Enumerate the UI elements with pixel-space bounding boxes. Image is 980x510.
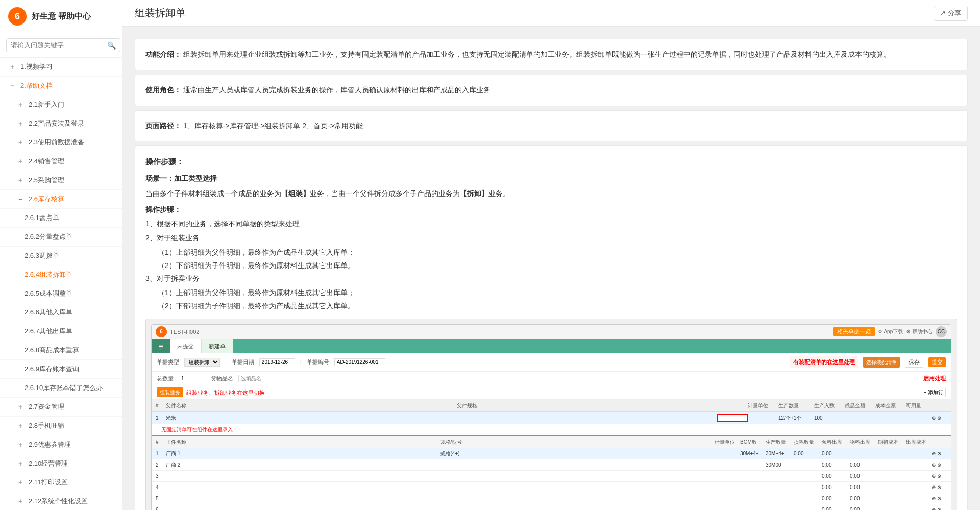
mock-select-btn[interactable]: 选择装配清单 bbox=[863, 357, 900, 368]
sidebar-item-inventory[interactable]: 2.6库存核算 bbox=[0, 190, 122, 209]
sidebar-item-install[interactable]: 2.2产品安装及登录 bbox=[0, 114, 122, 133]
intro-text: 组装拆卸单用来处理企业组装或拆卸等加工业务，支持有固定装配清单的产品加工业务，也… bbox=[183, 50, 891, 58]
path-text: 1、库存核算->库存管理->组装拆卸单 2、首页->常用功能 bbox=[183, 122, 363, 130]
mock-avatar: CC bbox=[936, 326, 947, 337]
role-card: 使用角色： 通常由生产人员或库管人员完成拆装业务的操作，库管人员确认原材料的出库… bbox=[135, 75, 968, 106]
sidebar-item-finance[interactable]: 2.7资金管理 bbox=[0, 398, 122, 417]
mock-form-label-date: 单据类型 bbox=[157, 357, 179, 367]
search-input[interactable] bbox=[6, 38, 120, 52]
sidebar-item-print[interactable]: 2.11打印设置 bbox=[0, 473, 122, 492]
mock-logo: 6 bbox=[156, 326, 167, 337]
sidebar-item-mobile[interactable]: 2.8手机旺辅 bbox=[0, 417, 122, 435]
plus-icon-mobile bbox=[16, 422, 24, 430]
sidebar-item-2.6.1[interactable]: 2.6.1盘点单 bbox=[0, 209, 122, 228]
sub-row1-num: 1 bbox=[156, 449, 166, 458]
sidebar-item-prepare[interactable]: 2.3使用前数据准备 bbox=[0, 133, 122, 152]
share-button[interactable]: ↗ 分享 bbox=[934, 6, 968, 21]
sidebar-item-2.6.2[interactable]: 2.6.2分量盘点单 bbox=[0, 228, 122, 247]
mock-related-btn[interactable]: 相关单据一览 bbox=[833, 327, 875, 336]
path-label: 页面路径： bbox=[145, 122, 181, 130]
sidebar-item-coupon[interactable]: 2.9优惠券管理 bbox=[0, 435, 122, 454]
share-icon: ↗ bbox=[940, 9, 946, 17]
step-3: 3、对于拆卖业务 bbox=[145, 273, 957, 285]
sidebar-item-docs[interactable]: 2.帮助文档 bbox=[0, 77, 122, 95]
sidebar-item-2.6.10[interactable]: 2.6.10库存账本错了怎么办 bbox=[0, 379, 122, 398]
mock-type-select[interactable]: 组装拆卸 bbox=[184, 358, 220, 367]
role-label: 使用角色： bbox=[145, 86, 181, 94]
sidebar-item-videos[interactable]: 1.视频学习 bbox=[0, 58, 122, 77]
mock-add-row-btn[interactable]: + 添加行 bbox=[921, 388, 946, 397]
brand-name: 好生意 帮助中心 bbox=[32, 11, 91, 22]
mock-num-input[interactable] bbox=[334, 358, 385, 366]
sidebar-item-system[interactable]: 2.12系统个性化设置 bbox=[0, 492, 122, 510]
sidebar-item-sales[interactable]: 2.4销售管理 bbox=[0, 152, 122, 171]
sidebar-header: 6 好生意 帮助中心 bbox=[0, 0, 122, 33]
sidebar-item-2.6.9[interactable]: 2.6.9库存账本查询 bbox=[0, 360, 122, 379]
mock-annotation3: 组装业务、拆卸业务在这里切换 bbox=[186, 388, 265, 398]
mock-annotation5: 无固定清单可在组件在这里录入 bbox=[161, 425, 233, 434]
scenario1-title: 场景一：加工类型选择 bbox=[145, 173, 957, 185]
mock-row1-qty: 12/个+1个 bbox=[778, 414, 814, 422]
mock-qty-input[interactable] bbox=[179, 375, 199, 382]
mock-tab-new[interactable]: 新建单 bbox=[202, 339, 233, 353]
mock-tab-unsubmitted[interactable]: 未提交 bbox=[170, 339, 202, 353]
mock-sidebar-toggle[interactable]: ≡ bbox=[152, 339, 170, 353]
share-label: 分享 bbox=[948, 9, 961, 18]
plus-icon bbox=[8, 63, 16, 71]
mock-submit-btn[interactable]: 提交 bbox=[928, 357, 946, 367]
app-logo: 6 bbox=[8, 7, 27, 26]
plus-icon-purchase bbox=[16, 176, 24, 184]
sidebar-item-2.6.4[interactable]: 2.6.4组装拆卸单 bbox=[0, 265, 122, 284]
mock-pipe3: | bbox=[204, 374, 206, 383]
sidebar-item-2.6.8[interactable]: 2.6.8商品成本重算 bbox=[0, 341, 122, 360]
plus-icon-prepare bbox=[16, 138, 24, 147]
sidebar-item-purchase[interactable]: 2.5采购管理 bbox=[0, 171, 122, 190]
operations-title: 操作步骤： bbox=[145, 155, 957, 168]
sidebar: 6 好生意 帮助中心 🔍 1.视频学习 2.帮助文档 2.1新手入门 2.2产品… bbox=[0, 0, 122, 510]
sidebar-item-operation[interactable]: 2.10经营管理 bbox=[0, 454, 122, 473]
step-2-2: （2）下部明细为子件明细，最终作为原材料生成其它出库单。 bbox=[158, 260, 957, 272]
sub-row6-num: 6 bbox=[156, 505, 166, 510]
mock-appid: TEST-H002 bbox=[170, 327, 199, 337]
mock-date-input[interactable] bbox=[259, 358, 295, 366]
main-area: 组装拆卸单 ↗ 分享 功能介绍： 组装拆卸单用来处理企业组装或拆卸等加工业务，支… bbox=[122, 0, 980, 510]
operations-card: 操作步骤： 场景一：加工类型选择 当由多个子件材料组装成一个成品的业务为【组装】… bbox=[135, 145, 968, 510]
role-text: 通常由生产人员或库管人员完成拆装业务的操作，库管人员确认原材料的出库和产成品的入… bbox=[183, 86, 491, 94]
plus-icon-sales bbox=[16, 157, 24, 165]
mock-row1-num: 1 bbox=[156, 414, 166, 422]
nav-section: 1.视频学习 2.帮助文档 2.1新手入门 2.2产品安装及登录 2.3使用前数… bbox=[0, 58, 122, 510]
sidebar-item-2.6.3[interactable]: 2.6.3调拨单 bbox=[0, 247, 122, 265]
minus-icon-inventory bbox=[16, 195, 24, 203]
mock-pipe2: | bbox=[300, 357, 302, 367]
mock-save-btn[interactable]: 保存 bbox=[905, 357, 923, 368]
sidebar-item-2.6.7[interactable]: 2.6.7其他出库单 bbox=[0, 322, 122, 341]
step-1: 1、根据不同的业务，选择不同单据的类型来处理 bbox=[145, 218, 957, 230]
mock-label-num: 单据编号 bbox=[307, 357, 329, 367]
content-area: 功能介绍： 组装拆卸单用来处理企业组装或拆卸等加工业务，支持有固定装配清单的产品… bbox=[122, 27, 980, 510]
sidebar-item-2.6.5[interactable]: 2.6.5成本调整单 bbox=[0, 284, 122, 303]
plus-icon-print bbox=[16, 478, 24, 487]
annotation5-arrow: ↑ bbox=[157, 425, 159, 434]
mock-product-label: 货物品名 bbox=[211, 374, 233, 383]
mock-row1-spec[interactable] bbox=[717, 414, 748, 422]
mock-annotation4: 启用处理 bbox=[923, 374, 946, 383]
step-3-1: （1）上部明细为父件明细，最终作为原材料生成其它出库单； bbox=[158, 287, 957, 299]
mock-app: 6 TEST-H002 相关单据一览 ⚙ App下载 ⚙ 帮助中心 CC ≡ 未… bbox=[151, 324, 951, 510]
sub-row2-name: 厂商 2 bbox=[166, 460, 440, 469]
steps-list: 1、根据不同的业务，选择不同单据的类型来处理 2、对于组装业务 （1）上部明细为… bbox=[145, 218, 957, 312]
mock-product-input[interactable] bbox=[238, 375, 274, 382]
mock-pipe: | bbox=[225, 357, 227, 367]
screenshot-container: 6 TEST-H002 相关单据一览 ⚙ App下载 ⚙ 帮助中心 CC ≡ 未… bbox=[145, 319, 957, 510]
mock-annotation1: 有装配清单的在这里处理 bbox=[790, 356, 858, 368]
step-2: 2、对于组装业务 bbox=[145, 232, 957, 245]
mock-row1-name: 米米 bbox=[166, 414, 717, 422]
mock-qty-label: 总数量 bbox=[157, 374, 174, 383]
step-3-2: （2）下部明细为子件明细，最终作为产成品生成其它入库单。 bbox=[158, 300, 957, 312]
sidebar-item-2.6.6[interactable]: 2.6.6其他入库单 bbox=[0, 303, 122, 322]
search-bar[interactable]: 🔍 bbox=[0, 33, 122, 58]
steps-title: 操作步骤： bbox=[145, 204, 957, 216]
plus-icon-operation bbox=[16, 459, 24, 468]
sub-row1-name: 厂商 1 bbox=[166, 449, 440, 458]
sidebar-item-newcomer[interactable]: 2.1新手入门 bbox=[0, 95, 122, 114]
sub-row4-num: 4 bbox=[156, 483, 166, 492]
